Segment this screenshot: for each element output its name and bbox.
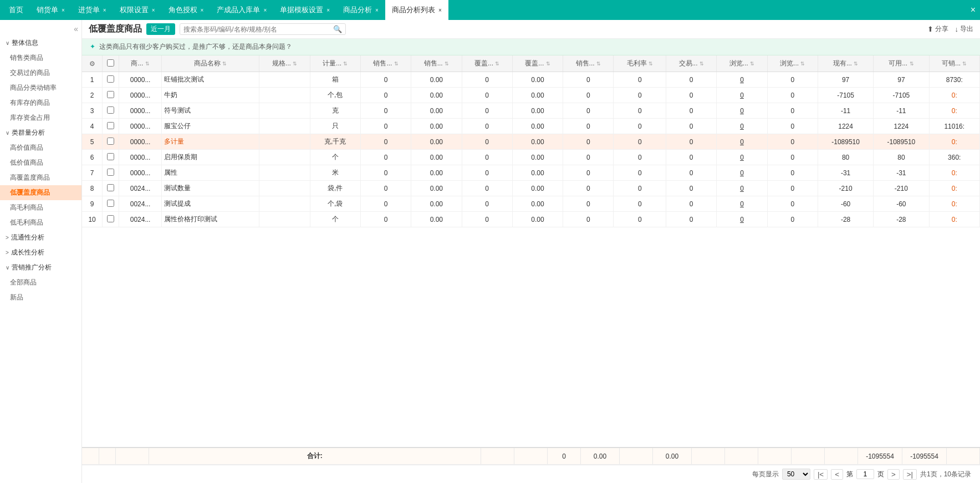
row-name[interactable]: 启用保质期: [161, 150, 259, 165]
sidebar-section-cluster[interactable]: ∨ 类群量分析: [0, 125, 81, 140]
row-checkbox[interactable]: [107, 184, 114, 191]
sidebar-item-high-coverage[interactable]: 高覆盖度商品: [0, 170, 81, 185]
sort-icon[interactable]: ⇅: [495, 61, 499, 67]
row-name[interactable]: 属性: [161, 165, 259, 181]
nav-purchase-order[interactable]: 进货单 ×: [72, 0, 113, 20]
sidebar-item-low-coverage[interactable]: 低覆盖度商品: [0, 185, 81, 200]
row-checkbox-cell[interactable]: [103, 165, 119, 181]
sidebar-item-stock-capital[interactable]: 库存资金占用: [0, 110, 81, 125]
settings-column-header[interactable]: ⚙: [82, 55, 103, 72]
sort-icon[interactable]: ⇅: [910, 61, 914, 67]
available-stock-column-header[interactable]: 可用... ⇅: [874, 55, 929, 72]
nav-product-inbound[interactable]: 产成品入库单 ×: [210, 0, 273, 20]
nav-product-analysis[interactable]: 商品分析 ×: [336, 0, 385, 20]
row-checkbox[interactable]: [107, 91, 114, 98]
row-browse1[interactable]: 0: [717, 103, 767, 119]
row-browse1[interactable]: 0: [717, 150, 767, 165]
coverage1-column-header[interactable]: 覆盖... ⇅: [462, 55, 512, 72]
row-browse1[interactable]: 0: [717, 181, 767, 196]
sort-icon[interactable]: ⇅: [222, 61, 227, 67]
close-icon[interactable]: ×: [375, 7, 379, 13]
row-browse1[interactable]: 0: [717, 212, 767, 227]
row-browse1[interactable]: 0: [717, 119, 767, 134]
nav-sales-order[interactable]: 销货单 ×: [30, 0, 72, 20]
browse1-column-header[interactable]: 浏览... ⇅: [717, 55, 767, 72]
sort-icon[interactable]: ⇅: [962, 61, 967, 67]
data-table-container[interactable]: ⚙ 商... ⇅ 商品名称 ⇅: [82, 55, 980, 447]
code-column-header[interactable]: 商... ⇅: [119, 55, 162, 72]
row-checkbox-cell[interactable]: [103, 103, 119, 119]
row-name[interactable]: 服宝公仔: [161, 119, 259, 134]
row-browse1[interactable]: 0: [717, 134, 767, 150]
row-checkbox-cell[interactable]: [103, 88, 119, 103]
spec-column-header[interactable]: 规格... ⇅: [259, 55, 310, 72]
row-name[interactable]: 测试数量: [161, 181, 259, 196]
close-icon[interactable]: ×: [103, 7, 106, 13]
sidebar-item-category-rate[interactable]: 商品分类动销率: [0, 80, 81, 95]
close-all-tabs-button[interactable]: ×: [971, 5, 976, 15]
current-stock-column-header[interactable]: 现有... ⇅: [818, 55, 873, 72]
first-page-button[interactable]: |<: [814, 469, 828, 480]
sidebar-toggle[interactable]: «: [0, 22, 81, 35]
close-icon[interactable]: ×: [326, 7, 330, 13]
export-button[interactable]: ↓ 导出: [955, 24, 974, 34]
row-name[interactable]: 牛奶: [161, 88, 259, 103]
close-icon[interactable]: ×: [263, 7, 267, 13]
sidebar-item-traded-products[interactable]: 交易过的商品: [0, 65, 81, 80]
row-browse1[interactable]: 0: [717, 165, 767, 181]
sort-icon[interactable]: ⇅: [145, 61, 150, 67]
close-icon[interactable]: ×: [201, 7, 204, 13]
row-name[interactable]: 符号测试: [161, 103, 259, 119]
row-checkbox[interactable]: [107, 122, 114, 129]
close-icon[interactable]: ×: [438, 7, 442, 13]
sort-icon[interactable]: ⇅: [800, 61, 805, 67]
sidebar-item-stock-products[interactable]: 有库存的商品: [0, 95, 81, 110]
gross-margin-column-header[interactable]: 毛利率 ⇅: [614, 55, 666, 72]
nav-permission-settings[interactable]: 权限设置 ×: [113, 0, 162, 20]
share-button[interactable]: ⬆ 分享: [927, 24, 948, 34]
browse2-column-header[interactable]: 浏览... ⇅: [767, 55, 818, 72]
search-input[interactable]: [183, 26, 333, 33]
sort-icon[interactable]: ⇅: [343, 61, 348, 67]
row-checkbox[interactable]: [107, 75, 114, 83]
row-checkbox[interactable]: [107, 215, 114, 222]
unit-column-header[interactable]: 计量... ⇅: [310, 55, 360, 72]
close-icon[interactable]: ×: [152, 7, 155, 13]
sidebar-item-high-margin[interactable]: 高毛利商品: [0, 200, 81, 215]
row-browse1[interactable]: 0: [717, 88, 767, 103]
sidebar-item-low-value[interactable]: 低价值商品: [0, 155, 81, 170]
row-checkbox-cell[interactable]: [103, 196, 119, 212]
sort-icon[interactable]: ⇅: [596, 61, 601, 67]
row-checkbox[interactable]: [107, 138, 114, 145]
row-checkbox[interactable]: [107, 169, 114, 176]
name-column-header[interactable]: 商品名称 ⇅: [161, 55, 259, 72]
row-checkbox-cell[interactable]: [103, 181, 119, 196]
row-checkbox-cell[interactable]: [103, 150, 119, 165]
page-size-select[interactable]: 50 100 200: [782, 469, 810, 480]
sidebar-section-overall[interactable]: ∨ 整体信息: [0, 35, 81, 50]
page-number-input[interactable]: [856, 469, 874, 479]
row-checkbox[interactable]: [107, 106, 114, 114]
row-name[interactable]: 测试提成: [161, 196, 259, 212]
search-icon[interactable]: 🔍: [333, 25, 342, 33]
close-icon[interactable]: ×: [62, 7, 65, 13]
sales-amount-column-header[interactable]: 销售... ⇅: [411, 55, 462, 72]
sort-icon[interactable]: ⇅: [649, 61, 653, 67]
row-name[interactable]: 属性价格打印测试: [161, 212, 259, 227]
sort-icon[interactable]: ⇅: [394, 61, 399, 67]
row-checkbox[interactable]: [107, 153, 114, 160]
sellable-column-header[interactable]: 可销... ⇅: [929, 55, 979, 72]
row-checkbox-cell[interactable]: [103, 72, 119, 88]
sidebar-section-growth[interactable]: > 成长性分析: [0, 245, 81, 260]
sidebar-item-new-products[interactable]: 新品: [0, 290, 81, 305]
row-checkbox-cell[interactable]: [103, 134, 119, 150]
nav-product-analysis-list[interactable]: 商品分析列表 ×: [385, 0, 448, 20]
sort-icon[interactable]: ⇅: [445, 61, 449, 67]
settings-icon[interactable]: ⚙: [89, 60, 95, 68]
sort-icon[interactable]: ⇅: [854, 61, 858, 67]
row-checkbox[interactable]: [107, 200, 114, 207]
prev-page-button[interactable]: <: [831, 469, 843, 480]
sidebar-item-low-margin[interactable]: 低毛利商品: [0, 215, 81, 230]
sidebar-item-sales-products[interactable]: 销售类商品: [0, 50, 81, 65]
trade-column-header[interactable]: 交易... ⇅: [666, 55, 717, 72]
